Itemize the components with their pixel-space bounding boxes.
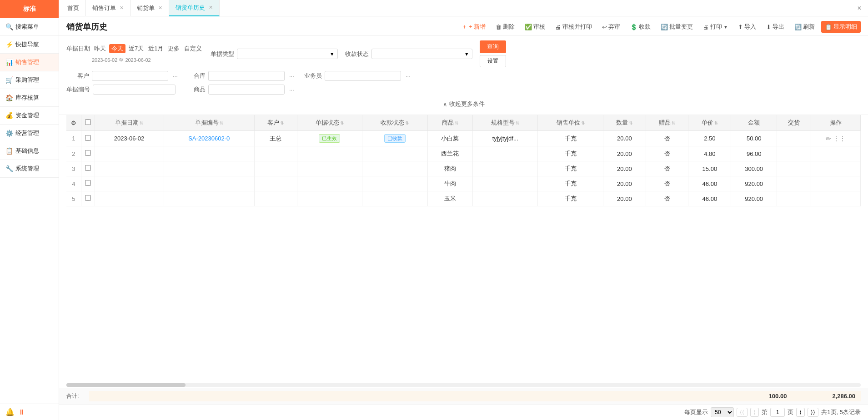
settings-gear-icon[interactable]: ⚙ xyxy=(71,120,76,126)
batch-change-button[interactable]: 🔄 批量变更 xyxy=(657,21,697,33)
edit-icon[interactable]: ✏ xyxy=(826,135,831,142)
sidebar-item-basic-info[interactable]: 📋 基础信息 xyxy=(0,142,59,160)
doc-no-input[interactable] xyxy=(93,85,176,95)
doc-no-link[interactable]: SA-20230602-0 xyxy=(188,135,230,142)
customer-ellipsis[interactable]: ··· xyxy=(171,73,180,80)
settings-button[interactable]: 设置 xyxy=(480,55,506,67)
delete-icon: 🗑 xyxy=(496,24,502,30)
row-checkbox[interactable] xyxy=(85,165,91,171)
sales-person-input[interactable] xyxy=(325,71,401,81)
tab-sales-delivery-close[interactable]: ✕ xyxy=(158,5,162,11)
query-button[interactable]: 查询 xyxy=(480,40,506,53)
collect-icon: 💲 xyxy=(630,24,637,30)
collapse-button[interactable]: ∧ 收起更多条件 xyxy=(66,98,861,110)
col-sales-unit[interactable]: 销售单位⇅ xyxy=(538,115,603,131)
import-button[interactable]: ⬆ 导入 xyxy=(734,21,760,33)
more-action-icon[interactable]: ⋮⋮ xyxy=(833,135,846,142)
col-doc-date[interactable]: 单据日期⇅ xyxy=(95,115,164,131)
batch-change-icon: 🔄 xyxy=(661,24,668,30)
audit-print-button[interactable]: 🖨 审核并打印 xyxy=(552,21,596,33)
sidebar-item-operations-mgmt[interactable]: ⚙️ 经营管理 xyxy=(0,125,59,142)
warehouse-input[interactable] xyxy=(208,71,285,81)
sidebar-item-label: 快捷导航 xyxy=(15,40,39,49)
select-all-checkbox[interactable] xyxy=(85,119,91,125)
col-doc-status[interactable]: 单据状态⇅ xyxy=(297,115,362,131)
sales-unit-cell: 千克 xyxy=(538,176,603,191)
shortcut-1month[interactable]: 近1月 xyxy=(147,44,165,53)
shortcut-custom[interactable]: 自定义 xyxy=(183,44,203,53)
sidebar-item-quick-nav[interactable]: ⚡ 快捷导航 xyxy=(0,36,59,54)
date-label: 单据日期 xyxy=(66,45,90,53)
notification-icon[interactable]: 🔔 xyxy=(5,408,15,416)
print-button[interactable]: 🖨 打印 ▼ xyxy=(699,21,732,33)
sidebar-item-finance-mgmt[interactable]: 💰 资金管理 xyxy=(0,107,59,125)
col-doc-no[interactable]: 单据编号⇅ xyxy=(164,115,254,131)
tab-sales-history[interactable]: 销货单历史 ✕ xyxy=(169,0,220,16)
col-customer[interactable]: 客户⇅ xyxy=(254,115,297,131)
collect-status-select[interactable]: ▾ xyxy=(371,49,472,59)
row-checkbox[interactable] xyxy=(85,195,91,201)
pause-icon[interactable]: ⏸ xyxy=(18,408,25,416)
goods-input[interactable] xyxy=(208,85,285,95)
page-number-input[interactable] xyxy=(770,408,785,417)
shortcut-yesterday[interactable]: 昨天 xyxy=(93,44,107,53)
first-page-button[interactable]: ⟨⟨ xyxy=(737,408,748,417)
col-collect-status[interactable]: 收款状态⇅ xyxy=(362,115,428,131)
row-checkbox[interactable] xyxy=(85,135,91,141)
doc-no-filter: 单据编号 xyxy=(66,85,176,95)
per-page-select[interactable]: 50 100 xyxy=(711,407,734,417)
shortcut-today[interactable]: 今天 xyxy=(109,44,125,53)
sidebar-item-purchase-mgmt[interactable]: 🛒 采购管理 xyxy=(0,71,59,89)
export-button[interactable]: ⬇ 导出 xyxy=(763,21,788,33)
prev-page-button[interactable]: ⟨ xyxy=(750,408,759,417)
sidebar-item-inventory[interactable]: 🏠 库存核算 xyxy=(0,89,59,107)
customer-cell xyxy=(254,191,297,206)
goods-ellipsis[interactable]: ··· xyxy=(287,86,296,93)
show-detail-button[interactable]: 📋 显示明细 xyxy=(821,21,861,33)
collect-button[interactable]: 💲 收款 xyxy=(627,21,654,33)
col-gift[interactable]: 赠品⇅ xyxy=(646,115,688,131)
row-checkbox-cell xyxy=(81,146,95,161)
sidebar-item-search-menu[interactable]: 🔍 搜索菜单 xyxy=(0,18,59,36)
sales-person-ellipsis[interactable]: ··· xyxy=(404,73,412,80)
tab-sales-history-close[interactable]: ✕ xyxy=(209,5,213,10)
refresh-button[interactable]: 🔃 刷新 xyxy=(791,21,818,33)
close-all-button[interactable]: ✕ xyxy=(853,5,866,11)
sort-price-icon: ⇅ xyxy=(714,120,718,125)
col-settings[interactable]: ⚙ xyxy=(66,115,81,131)
tab-home[interactable]: 首页 xyxy=(61,0,86,16)
col-spec-model[interactable]: 规格型号⇅ xyxy=(472,115,538,131)
next-page-button[interactable]: ⟩ xyxy=(796,408,805,417)
abandon-button[interactable]: ↩ 弃审 xyxy=(598,21,624,33)
scrollbar-thumb[interactable] xyxy=(66,383,186,387)
customer-input[interactable] xyxy=(92,71,168,81)
warehouse-ellipsis[interactable]: ··· xyxy=(287,73,296,80)
sort-doc-status-icon: ⇅ xyxy=(340,120,344,125)
sidebar-item-sys-mgmt[interactable]: 🔧 系统管理 xyxy=(0,160,59,178)
warehouse-label: 合库 xyxy=(183,72,206,80)
doc-type-select[interactable]: ▾ xyxy=(237,49,338,59)
last-page-button[interactable]: ⟩⟩ xyxy=(808,408,818,417)
audit-button[interactable]: ✅ 审核 xyxy=(521,21,549,33)
tab-sales-delivery[interactable]: 销货单 ✕ xyxy=(130,0,169,16)
col-unit-price[interactable]: 单价⇅ xyxy=(688,115,731,131)
col-quantity[interactable]: 数量⇅ xyxy=(603,115,646,131)
row-checkbox[interactable] xyxy=(85,150,91,156)
tab-sales-order-close[interactable]: ✕ xyxy=(120,5,124,11)
collect-status-label: 收款状态 xyxy=(345,50,369,58)
horizontal-scrollbar[interactable] xyxy=(66,383,861,387)
doc-no-cell xyxy=(164,191,254,206)
col-goods[interactable]: 商品⇅ xyxy=(427,115,472,131)
shortcut-more[interactable]: 更多 xyxy=(166,44,181,53)
delete-button[interactable]: 🗑 删除 xyxy=(492,21,518,33)
spec-model-cell xyxy=(472,146,538,161)
collect-status-cell xyxy=(362,176,428,191)
unit-price-cell: 2.50 xyxy=(688,131,731,146)
sidebar-item-sales-mgmt[interactable]: 📊 销售管理 xyxy=(0,54,59,71)
sales-person-label: 业务员 xyxy=(299,72,322,80)
new-button[interactable]: ＋ + 新增 xyxy=(458,21,489,33)
row-checkbox[interactable] xyxy=(85,180,91,186)
tab-sales-order-label: 销售订单 xyxy=(92,4,116,12)
tab-sales-order[interactable]: 销售订单 ✕ xyxy=(86,0,130,16)
shortcut-7days[interactable]: 近7天 xyxy=(127,44,145,53)
